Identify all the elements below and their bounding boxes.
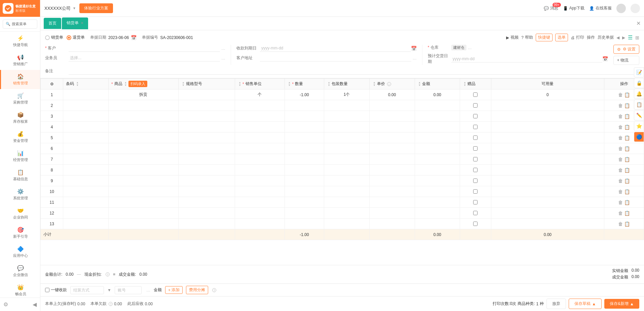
- row-gift-8[interactable]: [460, 165, 491, 176]
- company-selector[interactable]: XXXXXX公司 ▼: [44, 5, 76, 11]
- gift-checkbox-10[interactable]: [473, 189, 478, 194]
- salesperson-dots-btn[interactable]: …: [221, 56, 225, 61]
- copy-btn-9[interactable]: 📋: [624, 178, 630, 184]
- row-spec-7[interactable]: [178, 154, 235, 165]
- row-price-8[interactable]: [369, 165, 415, 176]
- barcode-input-1[interactable]: [66, 92, 106, 97]
- row-amount-3[interactable]: [415, 111, 460, 122]
- delete-btn-6[interactable]: 🗑: [618, 146, 623, 151]
- search-menu-button[interactable]: 🔍 搜索菜单: [3, 20, 37, 29]
- row-barcode-9[interactable]: [63, 176, 109, 186]
- avatar2[interactable]: [631, 4, 640, 13]
- barcode-input-8[interactable]: [66, 168, 106, 172]
- row-barcode-12[interactable]: [63, 208, 109, 219]
- sidebar-item-finance[interactable]: 💰 资金管理: [0, 127, 40, 147]
- address-dots-btn[interactable]: …: [413, 56, 417, 61]
- delivery-calendar[interactable]: 📅: [602, 56, 608, 62]
- gift-checkbox-8[interactable]: [473, 168, 478, 172]
- row-pkgqty-4[interactable]: [324, 122, 370, 132]
- float-btn-4[interactable]: 📋: [634, 100, 644, 110]
- barcode-input-7[interactable]: [66, 157, 106, 162]
- copy-btn-5[interactable]: 📋: [624, 135, 630, 141]
- row-gift-1[interactable]: [460, 89, 491, 100]
- print-action[interactable]: 🖨 打印: [571, 35, 584, 40]
- sidebar-item-quick-nav[interactable]: ⚡ 快捷导航: [0, 32, 40, 51]
- row-product-3[interactable]: [108, 111, 178, 122]
- row-qty-7[interactable]: [285, 154, 324, 165]
- row-barcode-10[interactable]: [63, 186, 109, 197]
- customer-address-input[interactable]: [260, 54, 411, 62]
- row-unit-13[interactable]: [235, 219, 285, 229]
- row-barcode-1[interactable]: [63, 89, 109, 100]
- row-qty-13[interactable]: [285, 219, 324, 229]
- delete-btn-13[interactable]: 🗑: [618, 221, 623, 227]
- delete-btn-2[interactable]: 🗑: [618, 103, 623, 108]
- discount-help-icon[interactable]: ?: [106, 272, 110, 276]
- nav-next-btn[interactable]: ▶: [622, 35, 625, 40]
- sidebar-item-basic[interactable]: 📋 基础信息: [0, 166, 40, 185]
- row-amount-12[interactable]: [415, 208, 460, 219]
- row-pkgqty-6[interactable]: [324, 143, 370, 154]
- row-price-9[interactable]: [369, 176, 415, 186]
- account-input[interactable]: [115, 286, 142, 294]
- row-gift-10[interactable]: [460, 186, 491, 197]
- copy-btn-8[interactable]: 📋: [624, 167, 630, 173]
- trial-btn[interactable]: 体验行业方案: [79, 3, 113, 13]
- select-action[interactable]: 选单: [555, 34, 568, 41]
- delete-btn-7[interactable]: 🗑: [618, 157, 623, 162]
- row-amount-2[interactable]: [415, 100, 460, 111]
- scan-btn[interactable]: 扫码录入: [128, 81, 147, 87]
- row-pkgqty-9[interactable]: [324, 176, 370, 186]
- row-product-8[interactable]: [108, 165, 178, 176]
- sidebar-collapse-button[interactable]: ◀: [33, 301, 37, 308]
- row-product-11[interactable]: [108, 197, 178, 208]
- row-spec-13[interactable]: [178, 219, 235, 229]
- row-pkgqty-8[interactable]: [324, 165, 370, 176]
- nav-prev-btn[interactable]: ◀: [616, 35, 619, 40]
- row-price-11[interactable]: [369, 197, 415, 208]
- row-amount-7[interactable]: [415, 154, 460, 165]
- row-spec-5[interactable]: [178, 132, 235, 143]
- row-product-5[interactable]: [108, 132, 178, 143]
- gift-checkbox-1[interactable]: [473, 92, 478, 97]
- row-barcode-6[interactable]: [63, 143, 109, 154]
- tab-home[interactable]: 首页: [44, 18, 61, 29]
- gift-checkbox-12[interactable]: [473, 211, 478, 215]
- row-amount-13[interactable]: [415, 219, 460, 229]
- float-btn-6[interactable]: ⭐: [634, 121, 644, 131]
- row-gift-12[interactable]: [460, 208, 491, 219]
- sidebar-item-marketing[interactable]: 📢 营销推广: [0, 51, 40, 70]
- row-amount-10[interactable]: [415, 186, 460, 197]
- row-qty-4[interactable]: [285, 122, 324, 132]
- barcode-input-3[interactable]: [66, 114, 106, 119]
- row-price-4[interactable]: [369, 122, 415, 132]
- copy-btn-3[interactable]: 📋: [624, 114, 630, 119]
- row-product-13[interactable]: [108, 219, 178, 229]
- row-amount-1[interactable]: 0.00: [415, 89, 460, 100]
- sidebar-item-collab[interactable]: 🤝 企业协同: [0, 204, 40, 223]
- row-qty-3[interactable]: [285, 111, 324, 122]
- row-gift-4[interactable]: [460, 122, 491, 132]
- operation-action[interactable]: 操作: [587, 35, 595, 40]
- app-download-btn[interactable]: 📱 App下载: [563, 5, 584, 11]
- row-pkgqty-7[interactable]: [324, 154, 370, 165]
- delete-btn-1[interactable]: 🗑: [618, 92, 623, 98]
- row-amount-8[interactable]: [415, 165, 460, 176]
- sidebar-item-wechat[interactable]: 💬 企业微信: [0, 262, 40, 281]
- sidebar-item-appstore[interactable]: 🔷 应用中心: [0, 242, 40, 262]
- tab-sales-order[interactable]: 销货单 ✕: [62, 17, 88, 29]
- row-qty-12[interactable]: [285, 208, 324, 219]
- return-order-radio[interactable]: 退货单: [67, 35, 85, 40]
- copy-btn-13[interactable]: 📋: [624, 221, 630, 227]
- barcode-input-5[interactable]: [66, 135, 106, 140]
- row-spec-6[interactable]: [178, 143, 235, 154]
- delete-btn-3[interactable]: 🗑: [618, 114, 623, 119]
- delete-btn-5[interactable]: 🗑: [618, 135, 623, 141]
- add-payment-btn[interactable]: + 添加: [165, 286, 183, 294]
- expense-btn[interactable]: 费用分摊: [186, 286, 208, 294]
- row-pkgqty-11[interactable]: [324, 197, 370, 208]
- row-unit-10[interactable]: [235, 186, 285, 197]
- row-qty-8[interactable]: [285, 165, 324, 176]
- delete-btn-11[interactable]: 🗑: [618, 200, 623, 205]
- row-barcode-13[interactable]: [63, 219, 109, 229]
